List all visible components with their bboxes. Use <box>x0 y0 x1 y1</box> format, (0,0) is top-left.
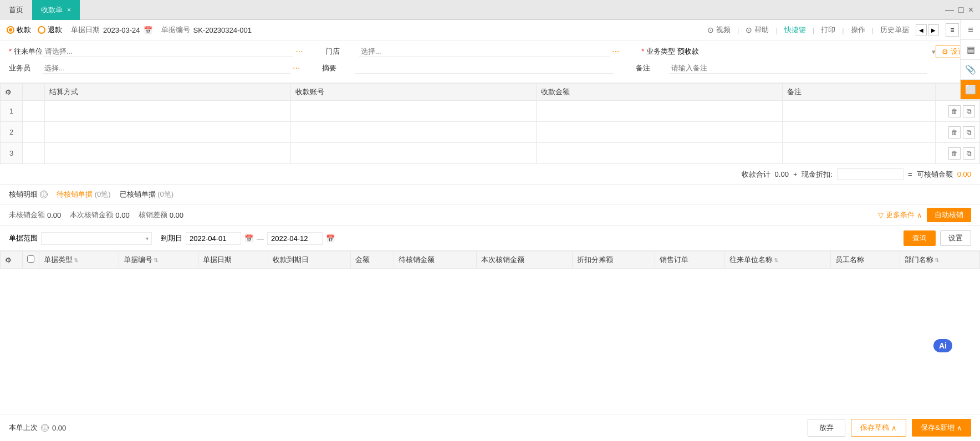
calendar-icon[interactable]: 📅 <box>144 26 152 34</box>
partner-input[interactable] <box>43 46 294 57</box>
print-btn[interactable]: 打印 <box>821 25 835 35</box>
right-panel-icon-3[interactable]: 📎 <box>961 60 980 80</box>
business-type-chevron[interactable]: ▾ <box>932 48 936 56</box>
col-doc-num: 单据编号 ⇅ <box>119 252 198 269</box>
row-1-notes[interactable] <box>782 101 935 122</box>
help-btn[interactable]: ⊙ 帮助 <box>746 25 769 35</box>
diff-label: 核销差额 <box>139 210 167 220</box>
calendar-to-icon[interactable]: 📅 <box>326 234 335 243</box>
number-field: 单据编号 SK-20230324-001 <box>161 25 252 35</box>
row-2-settlement[interactable] <box>45 122 291 143</box>
row-1-account[interactable] <box>290 101 537 122</box>
more-conditions-btn[interactable]: ▽ 更多条件 ∧ <box>878 210 922 220</box>
current-stat: 本次核销金额 0.00 <box>70 210 129 220</box>
date-to-input[interactable] <box>267 232 323 245</box>
row-3-amount[interactable] <box>537 143 783 164</box>
row-2-account[interactable] <box>290 122 537 143</box>
row-1-amount[interactable] <box>537 101 783 122</box>
query-btn[interactable]: 查询 <box>904 230 936 246</box>
salesperson-more-btn[interactable]: ··· <box>293 63 300 73</box>
row-2-amount[interactable] <box>537 122 783 143</box>
history-btn[interactable]: 历史单据 <box>880 25 909 35</box>
maximize-icon[interactable]: □ <box>958 5 964 15</box>
summary-field: 摘要 <box>322 63 613 74</box>
abandon-btn[interactable]: 放弃 <box>808 419 845 437</box>
select-all-checkbox[interactable] <box>27 255 34 263</box>
notes-field: 备注 <box>636 63 927 74</box>
radio-tuikuan-dot <box>38 26 45 34</box>
bench-info-icon[interactable]: ⓘ <box>41 424 49 432</box>
save-draft-btn[interactable]: 保存草稿 ∧ <box>851 419 906 437</box>
video-btn[interactable]: ⊙ 视频 <box>707 25 731 35</box>
row-3-delete-btn[interactable]: 🗑 <box>948 147 961 160</box>
shop-input[interactable] <box>359 46 610 57</box>
salesperson-input[interactable] <box>42 63 290 74</box>
nav-next[interactable]: ▶ <box>928 24 939 35</box>
ai-badge[interactable]: Ai <box>933 339 952 352</box>
tab-home[interactable]: 首页 <box>0 0 32 20</box>
calendar-from-icon[interactable]: 📅 <box>244 234 253 243</box>
completed-tab[interactable]: 已核销单据 (0笔) <box>120 189 174 199</box>
row-1-delete-btn[interactable]: 🗑 <box>948 105 961 117</box>
section-title: 核销明细 ⓘ <box>9 189 48 199</box>
more-conditions-label: 更多条件 <box>886 210 915 220</box>
date-from-input[interactable] <box>186 232 241 245</box>
tab-current[interactable]: 收款单 × <box>32 0 80 20</box>
date-range-dash: — <box>257 234 264 243</box>
sort-icon-1: ⇅ <box>74 257 78 263</box>
date-value[interactable]: 2023-03-24 <box>103 26 140 34</box>
sort-icon-2: ⇅ <box>154 257 158 263</box>
summary-input[interactable] <box>355 63 613 74</box>
bench-value: 0.00 <box>52 424 66 432</box>
notes-label: 备注 <box>636 63 669 73</box>
auto-writeoff-btn[interactable]: 自动核销 <box>927 208 971 222</box>
row-3-copy-btn[interactable]: ⧉ <box>963 147 975 160</box>
info-icon[interactable]: ⓘ <box>40 191 48 198</box>
row-3-notes[interactable] <box>782 143 935 164</box>
col-partner-name-label: 往来单位名称 <box>729 255 773 265</box>
row-2-delete-btn[interactable]: 🗑 <box>948 126 961 139</box>
date-range: 📅 — 📅 <box>186 232 335 245</box>
bottom-gear-header[interactable]: ⚙ <box>1 252 23 269</box>
partner-more-btn[interactable]: ··· <box>295 47 303 57</box>
diff-value: 0.00 <box>170 211 183 219</box>
filter-btns: 查询 设置 <box>904 230 971 246</box>
history-label: 历史单据 <box>880 25 909 35</box>
radio-shoukuan-dot <box>7 26 14 34</box>
row-1-copy-btn[interactable]: ⧉ <box>963 105 975 117</box>
sort-icon-4: ⇅ <box>935 257 939 263</box>
right-panel-icon-1[interactable]: ≡ <box>961 20 980 40</box>
view-list-icon[interactable]: ≡ <box>946 23 959 37</box>
current-value: 0.00 <box>115 211 129 219</box>
row-3-settlement[interactable] <box>45 143 291 164</box>
table-settings-btn[interactable]: 设置 <box>940 230 971 246</box>
radio-shoukuan[interactable]: 收款 <box>7 25 31 35</box>
operation-btn[interactable]: 操作 <box>851 25 865 35</box>
shortcut-btn[interactable]: 快捷键 <box>784 25 806 35</box>
tab-close-icon[interactable]: × <box>67 6 71 14</box>
radio-tuikuan[interactable]: 退款 <box>38 25 62 35</box>
tab-bar: 首页 收款单 × — □ × <box>0 0 980 20</box>
right-panel-icon-2[interactable]: ▤ <box>961 40 980 60</box>
save-new-btn[interactable]: 保存&新增 ∧ <box>912 419 971 437</box>
bottom-checkbox-header <box>23 252 39 269</box>
notes-input[interactable] <box>669 63 927 74</box>
row-3-account[interactable] <box>290 143 537 164</box>
table-gear-header[interactable]: ⚙ <box>1 84 23 101</box>
row-2-notes[interactable] <box>782 122 935 143</box>
row-2-copy-btn[interactable]: ⧉ <box>963 126 975 139</box>
row-1-settlement[interactable] <box>45 101 291 122</box>
right-panel-icon-4[interactable]: ⬜ <box>961 80 980 100</box>
minimize-icon[interactable]: — <box>945 5 954 15</box>
discount-input[interactable] <box>837 168 904 180</box>
shortcut-label: 快捷键 <box>784 25 806 35</box>
section-title-text: 核销明细 <box>9 189 38 199</box>
close-icon[interactable]: × <box>968 5 973 15</box>
range-select[interactable] <box>41 232 152 245</box>
help-label: 帮助 <box>754 25 769 35</box>
shop-more-btn[interactable]: ··· <box>612 47 619 57</box>
nav-prev[interactable]: ◀ <box>916 24 927 35</box>
number-value[interactable]: SK-20230324-001 <box>193 26 252 34</box>
bottom-table: ⚙ 单据类型 ⇅ 单据编号 <box>0 251 980 269</box>
pending-tab[interactable]: 待核销单据 (0笔) <box>57 189 111 199</box>
